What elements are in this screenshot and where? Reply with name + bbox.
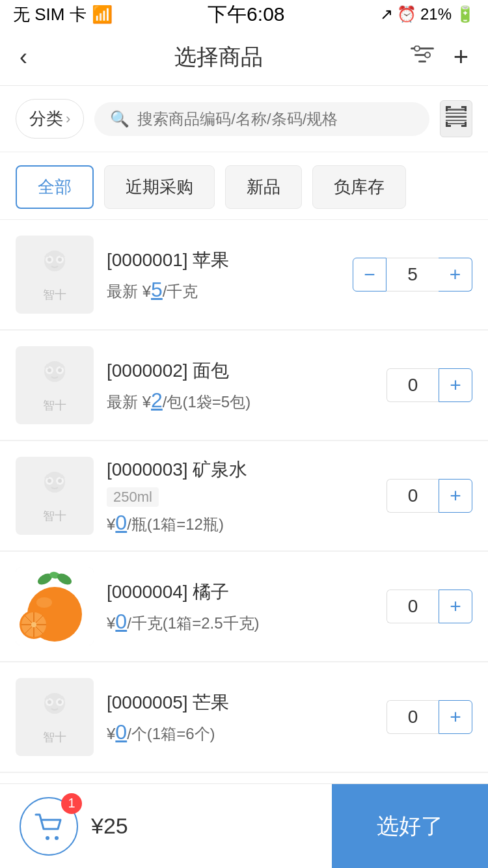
qty-control: +: [386, 590, 472, 623]
svg-point-32: [58, 479, 62, 483]
svg-point-45: [31, 622, 36, 627]
orange-image: [16, 567, 94, 645]
product-info: [0000002] 面包 最新 ¥2/包(1袋=5包): [107, 359, 373, 413]
svg-point-22: [58, 258, 62, 262]
price-symbol: ¥: [107, 515, 115, 533]
tab-new[interactable]: 新品: [225, 165, 302, 209]
svg-rect-13: [461, 106, 467, 108]
svg-point-31: [47, 479, 51, 483]
qty-plus-button[interactable]: +: [439, 258, 472, 292]
list-item: [0000004] 橘子 ¥0/千克(1箱=2.5千克) +: [0, 552, 488, 661]
alarm-icon: ⏰: [397, 5, 416, 23]
price-value: 2: [151, 388, 163, 412]
qty-input[interactable]: [386, 590, 439, 623]
product-price: ¥0/千克(1箱=2.5千克): [107, 610, 373, 634]
cart-button[interactable]: 1: [20, 797, 78, 856]
back-button[interactable]: ‹: [20, 44, 27, 71]
qty-input[interactable]: [386, 700, 439, 734]
product-name: [0000001] 苹果: [107, 248, 340, 273]
svg-point-50: [58, 700, 62, 704]
product-thumbnail: 智十: [16, 236, 94, 314]
svg-rect-6: [446, 113, 467, 114]
search-input[interactable]: [137, 110, 414, 128]
product-spec: 250ml: [107, 487, 159, 507]
status-bar: 无 SIM 卡 📶 下午6:08 ↗ ⏰ 21% 🔋: [0, 0, 488, 29]
nav-actions: +: [411, 42, 468, 72]
price-value: 5: [151, 278, 163, 301]
price-symbol: ¥: [107, 614, 115, 632]
price-symbol: ¥: [107, 725, 115, 742]
qty-control: +: [386, 700, 472, 734]
product-thumbnail: 智十: [16, 457, 94, 535]
price-value: 0: [115, 610, 127, 633]
product-info: [0000001] 苹果 最新 ¥5/千克: [107, 248, 340, 302]
qty-control: +: [386, 368, 472, 402]
bottom-bar: 1 ¥25 选好了: [0, 783, 488, 868]
product-list: 智十 [0000001] 苹果 最新 ¥5/千克 − +: [0, 220, 488, 868]
qty-input[interactable]: [386, 479, 439, 513]
svg-point-3: [414, 46, 420, 51]
page-title: 选择商品: [174, 42, 263, 72]
qty-plus-button[interactable]: +: [439, 479, 472, 513]
status-right: ↗ ⏰ 21% 🔋: [380, 5, 475, 23]
product-price: 最新 ¥2/包(1袋=5包): [107, 388, 373, 413]
list-item: 智十 [0000001] 苹果 最新 ¥5/千克 − +: [0, 220, 488, 329]
search-bar: 分类 › 🔍: [0, 86, 488, 152]
qty-plus-button[interactable]: +: [439, 590, 472, 623]
qty-control: − +: [353, 258, 472, 292]
product-info: [0000003] 矿泉水 250ml ¥0/瓶(1箱=12瓶): [107, 457, 373, 535]
product-price: ¥0/个(1箱=6个): [107, 720, 373, 744]
tab-negative[interactable]: 负库存: [312, 165, 406, 209]
price-label: 最新 ¥: [107, 393, 151, 411]
cart-total: ¥25: [91, 813, 128, 839]
svg-point-61: [46, 836, 49, 840]
scan-button[interactable]: [440, 100, 472, 137]
status-time: 下午6:08: [208, 1, 284, 28]
svg-point-26: [47, 368, 51, 372]
price-unit: /包(1袋=5包): [163, 393, 251, 411]
battery-icon: 🔋: [455, 5, 475, 23]
add-button[interactable]: +: [454, 42, 468, 72]
category-button[interactable]: 分类 ›: [16, 99, 84, 139]
svg-point-62: [55, 836, 59, 840]
svg-rect-11: [446, 106, 451, 108]
carrier-text: 无 SIM 卡: [13, 3, 87, 26]
qty-input[interactable]: [386, 368, 439, 402]
filter-icon[interactable]: [411, 44, 434, 71]
cart-badge: 1: [61, 793, 82, 814]
list-item: 智十 [0000003] 矿泉水 250ml ¥0/瓶(1箱=12瓶) +: [0, 441, 488, 550]
svg-point-4: [425, 52, 430, 57]
svg-rect-15: [446, 125, 451, 127]
qty-plus-button[interactable]: +: [439, 368, 472, 402]
qty-control: +: [386, 479, 472, 513]
svg-rect-5: [446, 109, 467, 111]
product-name: [0000003] 矿泉水: [107, 457, 373, 482]
cart-section: 1 ¥25: [20, 797, 128, 856]
tab-recent[interactable]: 近期采购: [104, 165, 215, 209]
search-input-wrap: 🔍: [94, 102, 429, 136]
list-item: 智十 [0000005] 芒果 ¥0/个(1箱=6个) +: [0, 662, 488, 772]
product-price: ¥0/瓶(1箱=12瓶): [107, 511, 373, 535]
product-thumbnail: 智十: [16, 346, 94, 424]
product-thumbnail: 智十: [16, 678, 94, 756]
qty-input[interactable]: [386, 258, 439, 292]
price-unit: /千克(1箱=2.5千克): [127, 614, 259, 632]
product-price: 最新 ¥5/千克: [107, 278, 340, 302]
category-label: 分类: [29, 107, 63, 130]
product-name: [0000005] 芒果: [107, 690, 373, 715]
filter-tabs: 全部 近期采购 新品 负库存: [0, 152, 488, 220]
battery-text: 21%: [420, 5, 452, 23]
price-unit: /个(1箱=6个): [127, 725, 215, 742]
qty-minus-button[interactable]: −: [353, 258, 386, 292]
svg-rect-7: [446, 116, 467, 118]
confirm-button[interactable]: 选好了: [332, 784, 488, 869]
qty-plus-button[interactable]: +: [439, 700, 472, 734]
product-info: [0000005] 芒果 ¥0/个(1箱=6个): [107, 690, 373, 744]
tab-all[interactable]: 全部: [16, 165, 94, 209]
price-value: 0: [115, 511, 127, 534]
svg-point-49: [47, 700, 51, 704]
status-carrier: 无 SIM 卡 📶: [13, 3, 113, 26]
list-item: 智十 [0000002] 面包 最新 ¥2/包(1袋=5包) +: [0, 331, 488, 440]
price-value: 0: [115, 720, 127, 744]
price-unit: /千克: [163, 282, 198, 300]
